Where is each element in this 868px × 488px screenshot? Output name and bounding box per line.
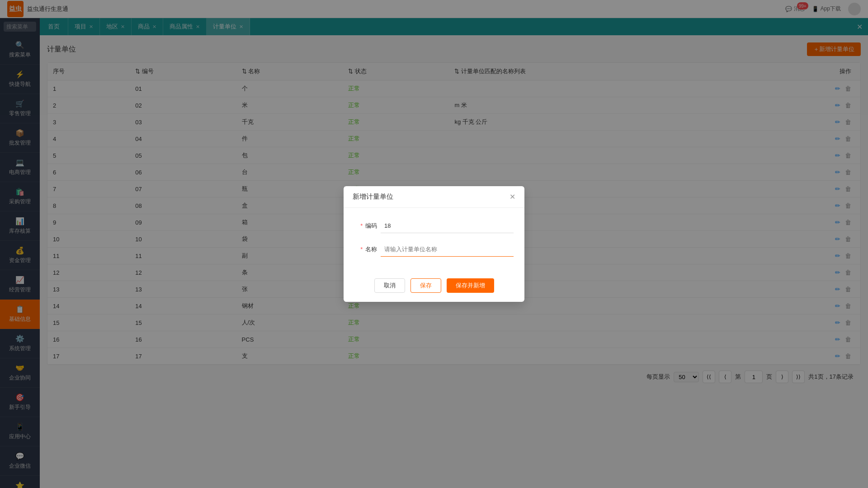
code-input[interactable] <box>381 219 514 233</box>
name-form-row: * 名称 <box>354 242 514 257</box>
modal-title: 新增计量单位 <box>353 192 393 201</box>
code-label: * 编码 <box>354 222 377 230</box>
modal-body: * 编码 * 名称 <box>344 208 524 273</box>
modal-dialog: 新增计量单位 ✕ * 编码 * 名称 取消 保存 保存并新增 <box>344 186 524 302</box>
modal-close-button[interactable]: ✕ <box>509 192 515 201</box>
cancel-button[interactable]: 取消 <box>374 278 405 293</box>
modal-footer: 取消 保存 保存并新增 <box>344 273 524 302</box>
name-required-star: * <box>360 246 363 253</box>
code-required-star: * <box>360 222 363 229</box>
save-button[interactable]: 保存 <box>410 278 441 293</box>
modal-overlay[interactable]: 新增计量单位 ✕ * 编码 * 名称 取消 保存 保存并新增 <box>0 0 868 488</box>
name-input[interactable] <box>381 242 514 257</box>
modal-header: 新增计量单位 ✕ <box>344 186 524 208</box>
name-label: * 名称 <box>354 245 377 253</box>
code-form-row: * 编码 <box>354 219 514 233</box>
save-and-new-button[interactable]: 保存并新增 <box>447 278 494 293</box>
